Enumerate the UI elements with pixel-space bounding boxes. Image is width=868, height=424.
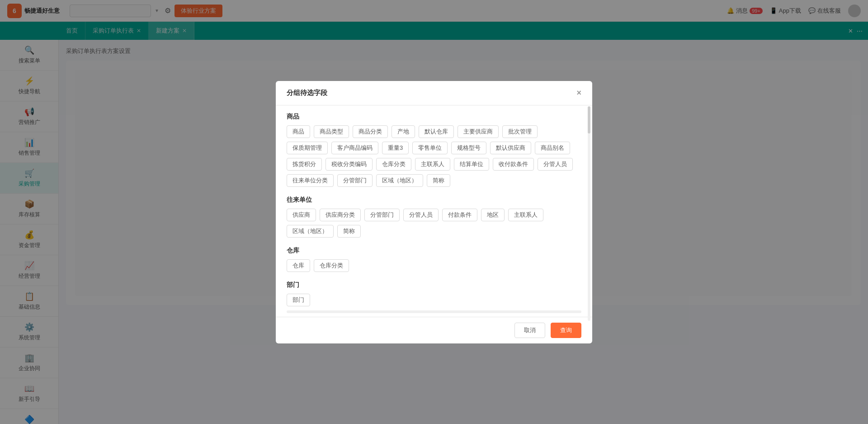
modal-close-button[interactable]: × — [576, 88, 581, 98]
field-tag-goods-22[interactable]: 分管部门 — [337, 174, 373, 187]
field-tag-counterpart-0[interactable]: 供应商 — [287, 209, 316, 221]
field-tag-goods-18[interactable]: 结算单位 — [454, 158, 489, 171]
field-tag-counterpart-8[interactable]: 简称 — [337, 225, 361, 238]
field-group-counterpart: 往来单位 供应商 供应商分类 分管部门 分管人员 付款条件 地区 主联系人 区域… — [287, 196, 581, 238]
field-tag-goods-20[interactable]: 分管人员 — [538, 158, 573, 171]
field-tag-goods-7[interactable]: 保质期管理 — [287, 142, 328, 154]
field-tag-goods-16[interactable]: 仓库分类 — [376, 158, 411, 171]
field-tag-counterpart-2[interactable]: 分管部门 — [364, 209, 400, 221]
field-tag-counterpart-1[interactable]: 供应商分类 — [320, 209, 361, 221]
confirm-button[interactable]: 查询 — [551, 323, 581, 338]
modal-body[interactable]: 商品 商品 商品类型 商品分类 产地 默认仓库 主要供应商 批次管理 保质期管理… — [276, 105, 592, 310]
modal-overlay: 分组待选字段 × 商品 商品 商品类型 商品分类 产地 默认仓库 主要供应商 批… — [0, 0, 868, 424]
cancel-button[interactable]: 取消 — [514, 323, 545, 338]
field-tag-goods-2[interactable]: 商品分类 — [353, 125, 388, 138]
field-group-counterpart-title: 往来单位 — [287, 196, 581, 204]
field-group-goods: 商品 商品 商品类型 商品分类 产地 默认仓库 主要供应商 批次管理 保质期管理… — [287, 113, 581, 187]
field-tag-goods-23[interactable]: 区域（地区） — [376, 174, 423, 187]
field-tags-department: 部门 — [287, 294, 581, 306]
field-tag-counterpart-6[interactable]: 主联系人 — [508, 209, 543, 221]
field-tag-goods-11[interactable]: 规格型号 — [451, 142, 486, 154]
field-group-warehouse-title: 仓库 — [287, 247, 581, 255]
field-tag-goods-1[interactable]: 商品类型 — [314, 125, 349, 138]
modal-footer: 取消 查询 — [276, 317, 592, 343]
field-tag-goods-19[interactable]: 收付款条件 — [493, 158, 534, 171]
field-tag-goods-8[interactable]: 客户商品编码 — [331, 142, 378, 154]
field-tag-counterpart-7[interactable]: 区域（地区） — [287, 225, 334, 238]
modal-horizontal-scrollbar[interactable] — [287, 310, 581, 313]
modal-header: 分组待选字段 × — [276, 81, 592, 105]
field-tag-department-0[interactable]: 部门 — [287, 294, 310, 306]
field-tag-warehouse-0[interactable]: 仓库 — [287, 259, 310, 272]
field-tag-counterpart-5[interactable]: 地区 — [481, 209, 505, 221]
field-tag-goods-10[interactable]: 零售单位 — [412, 142, 448, 154]
field-tag-goods-5[interactable]: 主要供应商 — [458, 125, 499, 138]
modal-vertical-scrollbar-thumb[interactable] — [588, 106, 590, 133]
field-tags-warehouse: 仓库 仓库分类 — [287, 259, 581, 272]
field-tag-goods-0[interactable]: 商品 — [287, 125, 310, 138]
modal-vertical-scrollbar-track[interactable] — [588, 106, 590, 321]
modal-title: 分组待选字段 — [287, 89, 327, 97]
field-tag-counterpart-3[interactable]: 分管人员 — [403, 209, 439, 221]
field-tag-goods-13[interactable]: 商品别名 — [535, 142, 570, 154]
field-tag-goods-24[interactable]: 简称 — [427, 174, 450, 187]
field-tag-counterpart-4[interactable]: 付款条件 — [442, 209, 477, 221]
modal: 分组待选字段 × 商品 商品 商品类型 商品分类 产地 默认仓库 主要供应商 批… — [276, 81, 592, 343]
field-tag-goods-12[interactable]: 默认供应商 — [490, 142, 531, 154]
field-tags-counterpart: 供应商 供应商分类 分管部门 分管人员 付款条件 地区 主联系人 区域（地区） … — [287, 209, 581, 238]
field-tag-goods-4[interactable]: 默认仓库 — [419, 125, 454, 138]
field-tag-warehouse-1[interactable]: 仓库分类 — [314, 259, 349, 272]
field-tag-goods-14[interactable]: 拣货积分 — [287, 158, 322, 171]
field-group-warehouse: 仓库 仓库 仓库分类 — [287, 247, 581, 272]
field-tag-goods-17[interactable]: 主联系人 — [415, 158, 450, 171]
field-group-department: 部门 部门 — [287, 281, 581, 306]
field-group-goods-title: 商品 — [287, 113, 581, 121]
field-tags-goods: 商品 商品类型 商品分类 产地 默认仓库 主要供应商 批次管理 保质期管理 客户… — [287, 125, 581, 187]
field-tag-goods-21[interactable]: 往来单位分类 — [287, 174, 334, 187]
field-group-department-title: 部门 — [287, 281, 581, 289]
field-tag-goods-6[interactable]: 批次管理 — [502, 125, 538, 138]
field-tag-goods-3[interactable]: 产地 — [392, 125, 415, 138]
field-tag-goods-9[interactable]: 重量3 — [382, 142, 409, 154]
field-tag-goods-15[interactable]: 税收分类编码 — [326, 158, 373, 171]
